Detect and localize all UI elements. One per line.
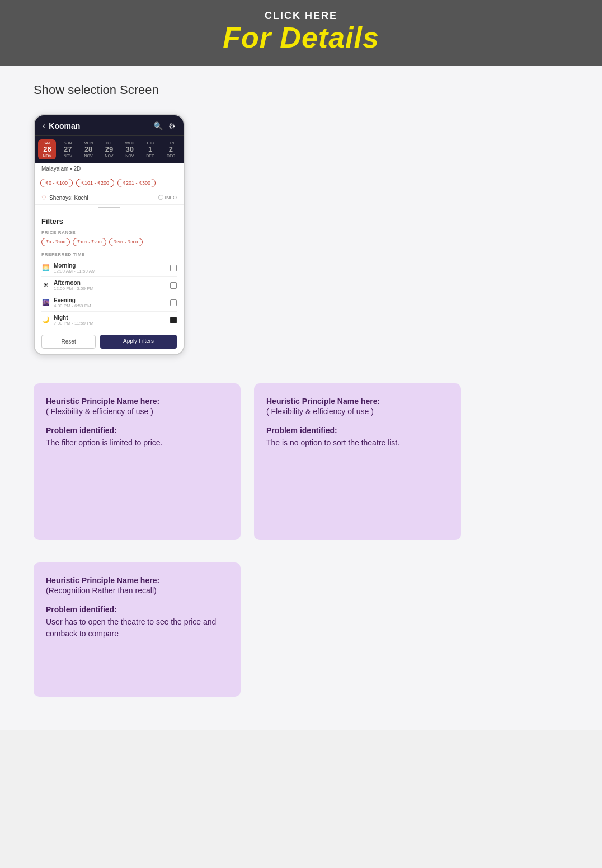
calendar-day-fri[interactable]: FRI 2 DEC [162, 139, 180, 159]
search-icon[interactable]: 🔍 [153, 121, 163, 130]
card2-principle-label: Heuristic Principle Name here: [266, 397, 449, 406]
phone-app-title: Kooman [49, 121, 80, 130]
price-pill-1[interactable]: ₹0 - ₹100 [40, 179, 73, 187]
night-checkbox[interactable] [170, 317, 177, 323]
time-slots: 🌅 Morning 12:00 AM - 11:59 AM ☀ [41, 260, 177, 329]
heuristic-card-2: Heuristic Principle Name here: ( Flexibi… [254, 383, 461, 540]
morning-label: Morning [54, 262, 96, 269]
filter-icon[interactable]: ⚙ [168, 121, 176, 130]
evening-checkbox[interactable] [170, 299, 177, 306]
preferred-time-label: PREFERRED TIME [41, 252, 177, 257]
calendar-day-sun[interactable]: SUN 27 NOV [59, 139, 77, 159]
heuristic-card-1: Heuristic Principle Name here: ( Flexibi… [34, 383, 241, 540]
calendar-day-sat[interactable]: SAT 26 NOV [38, 139, 56, 159]
evening-label: Evening [54, 297, 91, 303]
info-button[interactable]: ⓘ INFO [158, 194, 177, 201]
cards-section: Heuristic Principle Name here: ( Flexibi… [34, 383, 568, 540]
night-icon: 🌙 [41, 316, 50, 323]
afternoon-checkbox[interactable] [170, 282, 177, 289]
card3-problem-text: User has to open the theatre to see the … [46, 616, 228, 640]
page-title: Show selection Screen [34, 83, 568, 97]
calendar-strip: SAT 26 NOV SUN 27 NOV MON 28 NOV TUE 29 [35, 135, 184, 163]
theatre-row: ♡ Shenoys: Kochi ⓘ INFO [35, 191, 184, 205]
calendar-day-tue[interactable]: TUE 29 NOV [100, 139, 118, 159]
card1-principle-label: Heuristic Principle Name here: [46, 397, 228, 406]
for-details-text: For Details [0, 22, 602, 54]
phone-header-left: ‹ Kooman [43, 121, 80, 131]
apply-filters-button[interactable]: Apply Filters [100, 335, 177, 349]
card3-principle-label: Heuristic Principle Name here: [46, 576, 228, 585]
click-here-text: CLICK HERE [0, 10, 602, 22]
card1-problem-label: Problem identified: [46, 426, 228, 435]
calendar-day-thu[interactable]: THU 1 DEC [142, 139, 159, 159]
morning-range: 12:00 AM - 11:59 AM [54, 269, 96, 274]
phone-mockup-wrapper: ‹ Kooman 🔍 ⚙ SAT 26 NOV SUN 27 NO [34, 114, 568, 355]
heuristic-card-3: Heuristic Principle Name here: (Recognit… [34, 562, 241, 697]
back-arrow-icon[interactable]: ‹ [43, 121, 45, 131]
filter-action-buttons: Reset Apply Filters [41, 335, 177, 349]
phone-mockup: ‹ Kooman 🔍 ⚙ SAT 26 NOV SUN 27 NO [34, 114, 185, 355]
theatre-name: Shenoys: Kochi [49, 195, 88, 201]
night-range: 7:00 PM - 11:59 PM [54, 321, 93, 326]
filters-title: Filters [41, 217, 177, 226]
bottom-card-section: Heuristic Principle Name here: (Recognit… [34, 562, 568, 697]
card1-principle-value: ( Flexibility & efficiency of use ) [46, 407, 228, 416]
price-pills-header: ₹0 - ₹100 ₹101 - ₹200 ₹201 - ₹300 [35, 175, 184, 191]
main-content: Show selection Screen ‹ Kooman 🔍 ⚙ SAT 2… [0, 66, 602, 730]
top-banner: CLICK HERE For Details [0, 0, 602, 66]
night-label: Night [54, 315, 93, 321]
card2-problem-text: The is no option to sort the theatre lis… [266, 437, 449, 449]
filter-price-pill-3[interactable]: ₹201 - ₹300 [109, 238, 143, 246]
price-pills-filter: ₹0 - ₹100 ₹101 - ₹200 ₹201 - ₹300 [41, 238, 177, 246]
price-pill-2[interactable]: ₹101 - ₹200 [76, 179, 114, 187]
heart-icon[interactable]: ♡ [41, 195, 46, 201]
price-range-label: PRICE RANGE [41, 230, 177, 235]
card2-principle-value: ( Flexibility & efficiency of use ) [266, 407, 449, 416]
card3-principle-value: (Recognition Rather than recall) [46, 586, 228, 595]
phone-header-icons: 🔍 ⚙ [153, 121, 176, 130]
afternoon-label: Afternoon [54, 280, 93, 286]
reset-button[interactable]: Reset [41, 335, 96, 349]
card2-problem-label: Problem identified: [266, 426, 449, 435]
filters-panel: Filters PRICE RANGE ₹0 - ₹100 ₹101 - ₹20… [35, 212, 184, 354]
time-slot-afternoon: ☀ Afternoon 12:00 PM - 3:59 PM [41, 277, 177, 294]
calendar-day-wed[interactable]: WED 30 NOV [121, 139, 139, 159]
language-tag: Malayalam • 2D [35, 163, 184, 175]
filter-price-pill-2[interactable]: ₹101 - ₹200 [73, 238, 106, 246]
price-pill-3[interactable]: ₹201 - ₹300 [117, 179, 156, 187]
filter-price-pill-1[interactable]: ₹0 - ₹100 [41, 238, 70, 246]
evening-range: 4:00 PM - 6:59 PM [54, 303, 91, 308]
phone-header: ‹ Kooman 🔍 ⚙ [35, 115, 184, 135]
card1-problem-text: The filter option is limited to price. [46, 437, 228, 449]
evening-icon: 🌆 [41, 299, 50, 306]
morning-icon: 🌅 [41, 264, 50, 271]
morning-checkbox[interactable] [170, 265, 177, 271]
time-slot-evening: 🌆 Evening 4:00 PM - 6:59 PM [41, 294, 177, 312]
time-slot-morning: 🌅 Morning 12:00 AM - 11:59 AM [41, 260, 177, 277]
afternoon-icon: ☀ [41, 281, 50, 289]
calendar-day-mon[interactable]: MON 28 NOV [79, 139, 97, 159]
divider-line [98, 207, 120, 208]
time-slot-night: 🌙 Night 7:00 PM - 11:59 PM [41, 312, 177, 329]
afternoon-range: 12:00 PM - 3:59 PM [54, 286, 93, 291]
card3-problem-label: Problem identified: [46, 605, 228, 614]
